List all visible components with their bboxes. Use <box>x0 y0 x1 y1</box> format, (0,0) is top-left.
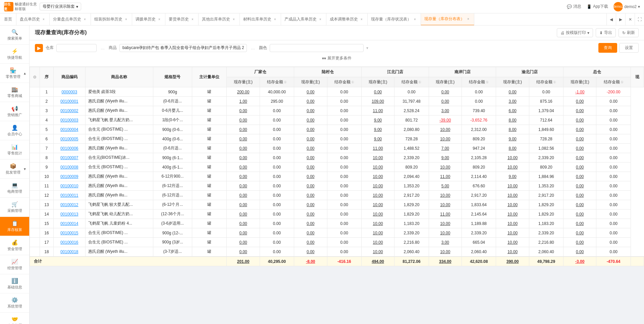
tab-close-9[interactable]: × <box>359 17 364 22</box>
cell-data-6[interactable]: 10.00 <box>429 228 462 238</box>
cell-data-10[interactable]: 0.00 <box>564 191 596 200</box>
cell-data-2[interactable]: 0.00 <box>294 87 327 97</box>
cell-data-8[interactable]: 10.00 <box>496 238 529 247</box>
settings-btn[interactable]: 设置 <box>619 43 639 53</box>
cell-data-10[interactable]: 0.00 <box>564 247 596 257</box>
tab-close-3[interactable]: × <box>124 17 128 22</box>
tab-close-5[interactable]: × <box>190 17 195 22</box>
cell-data-4[interactable]: 10.00 <box>361 181 394 191</box>
cell-data-4[interactable]: 9.00 <box>361 115 394 125</box>
cell-data-6[interactable]: 10.00 <box>429 200 462 210</box>
cell-data-10[interactable]: 0.00 <box>564 238 596 247</box>
cell-data-8[interactable]: 10.00 <box>496 163 529 172</box>
app-download-btn[interactable]: 📱 App下载 <box>587 4 608 9</box>
export-btn[interactable]: ⬇ 导出 <box>596 28 616 37</box>
cell-data-8[interactable]: 6.00 <box>496 106 529 115</box>
cell-data-6[interactable]: 10.00 <box>429 163 462 172</box>
cell-data-10[interactable]: 0.00 <box>564 125 596 134</box>
tab-close-4[interactable]: × <box>157 17 162 22</box>
footer-jiangbei-qty[interactable]: 494.00 <box>361 257 394 266</box>
footer-total-qty[interactable]: -3.00 <box>564 257 596 266</box>
tab-item-6[interactable]: 其他出库单历史 × <box>199 13 240 26</box>
message-btn[interactable]: 💬 消息 <box>567 4 581 9</box>
footer-lucun-qty[interactable]: -8.00 <box>294 257 327 266</box>
tab-home[interactable]: 首页 <box>0 13 16 26</box>
tab-prev-btn[interactable]: ◀ <box>606 13 616 26</box>
cell-data-8[interactable]: 8.00 <box>496 144 529 153</box>
tab-close-8[interactable]: × <box>318 17 323 22</box>
cell-data-8[interactable]: 0.00 <box>496 87 529 97</box>
cell-data-4[interactable]: 11.00 <box>361 144 394 153</box>
cell-data-0[interactable]: 0.00 <box>227 172 260 181</box>
refresh-btn[interactable]: ↻ 刷新 <box>619 28 639 37</box>
cell-data-0[interactable]: 0.00 <box>227 106 260 115</box>
cell-data-0[interactable]: 0.00 <box>227 125 260 134</box>
cell-data-8[interactable]: 9.00 <box>496 134 529 144</box>
cell-data-6[interactable]: 10.00 <box>429 125 462 134</box>
cell-data-4[interactable]: 109.00 <box>361 97 394 106</box>
tab-close-all-btn[interactable]: ✕ <box>625 13 635 26</box>
info-icon-1[interactable]: ① <box>284 80 287 84</box>
cell-data-2[interactable]: 0.00 <box>294 210 327 219</box>
info-icon-2[interactable]: ① <box>351 80 354 84</box>
cell-data-4[interactable]: 10.00 <box>361 153 394 163</box>
cell-data-0[interactable]: 0.00 <box>227 134 260 144</box>
cell-data-0[interactable]: 0.00 <box>227 247 260 257</box>
cell-data-10[interactable]: 0.00 <box>564 163 596 172</box>
cell-code[interactable]: 00100014 <box>53 219 85 228</box>
cell-data-6[interactable]: 5.00 <box>429 181 462 191</box>
tab-item-2[interactable]: 分量盘点单历史 × <box>50 13 91 26</box>
tab-close-7[interactable]: × <box>273 17 277 22</box>
cell-data-6[interactable]: 9.00 <box>429 153 462 163</box>
cell-data-4[interactable]: 10.00 <box>361 228 394 238</box>
cell-code[interactable]: 00100007 <box>53 153 85 163</box>
cell-data-10[interactable]: 0.00 <box>564 181 596 191</box>
cell-data-10[interactable]: 0.00 <box>564 153 596 163</box>
cell-code[interactable]: 00100003 <box>53 115 85 125</box>
cell-data-2[interactable]: 0.00 <box>294 191 327 200</box>
cell-data-10[interactable]: 0.00 <box>564 134 596 144</box>
cell-data-0[interactable]: 1.00 <box>227 97 260 106</box>
cell-data-0[interactable]: 0.00 <box>227 219 260 228</box>
cell-data-2[interactable]: 0.00 <box>294 247 327 257</box>
tab-close-1[interactable]: × <box>41 17 46 22</box>
sidebar-item-retail-mgmt[interactable]: 🏪 零售管理 ▲ <box>0 64 29 83</box>
sidebar-item-mall[interactable]: 🏬 零售商城 <box>0 83 29 102</box>
cell-code[interactable]: 00100009 <box>53 172 85 181</box>
cell-data-4[interactable]: 10.00 <box>361 247 394 257</box>
cell-data-8[interactable]: 9.00 <box>496 172 529 181</box>
tab-item-1[interactable]: 盘点单历史 × <box>16 13 50 26</box>
cell-data-8[interactable]: 8.00 <box>496 125 529 134</box>
query-btn[interactable]: 查询 <box>598 43 617 53</box>
cell-data-8[interactable]: 3.00 <box>496 97 529 106</box>
info-icon-6[interactable]: ① <box>621 80 624 84</box>
cell-data-0[interactable]: 0.00 <box>227 228 260 238</box>
filter-arrow-btn[interactable]: ▶ <box>35 44 43 52</box>
sidebar-item-inventory[interactable]: 📋 库存核算 <box>0 217 29 236</box>
cell-data-2[interactable]: 0.00 <box>294 134 327 144</box>
cell-data-6[interactable]: 11.00 <box>429 172 462 181</box>
sidebar-item-nav[interactable]: ⚡ 快捷导航 <box>0 45 29 64</box>
cell-data-6[interactable]: 7.00 <box>429 144 462 153</box>
warehouse-more-btn[interactable]: … <box>99 46 106 50</box>
cell-data-4[interactable]: 9.00 <box>361 134 394 144</box>
cell-data-0[interactable]: 0.00 <box>227 210 260 219</box>
tab-expand-btn[interactable]: ⛶ <box>635 13 644 26</box>
cell-data-6[interactable]: 11.00 <box>429 210 462 219</box>
cell-data-8[interactable]: 8.00 <box>496 115 529 125</box>
cell-data-6[interactable]: 10.00 <box>429 134 462 144</box>
cell-data-6[interactable]: 3.00 <box>429 106 462 115</box>
tab-close-2[interactable]: × <box>83 17 87 22</box>
sidebar-item-purchase[interactable]: 🛒 采购管理 <box>0 198 29 217</box>
cell-data-2[interactable]: 0.00 <box>294 97 327 106</box>
expand-filter-btn[interactable]: ▾▾ 展开更多条件 <box>319 55 354 62</box>
cell-data-8[interactable]: 10.00 <box>496 228 529 238</box>
cell-data-0[interactable]: 0.00 <box>227 163 260 172</box>
cell-code[interactable]: 00100005 <box>53 134 85 144</box>
cell-code[interactable]: 00100011 <box>53 191 85 200</box>
sidebar-item-retail-stats[interactable]: 📊 零售统计 <box>0 140 29 159</box>
cell-data-2[interactable]: 0.00 <box>294 125 327 134</box>
cell-code[interactable]: 0000003 <box>53 87 85 97</box>
cell-data-2[interactable]: 0.00 <box>294 219 327 228</box>
cell-data-2[interactable]: 0.00 <box>294 181 327 191</box>
